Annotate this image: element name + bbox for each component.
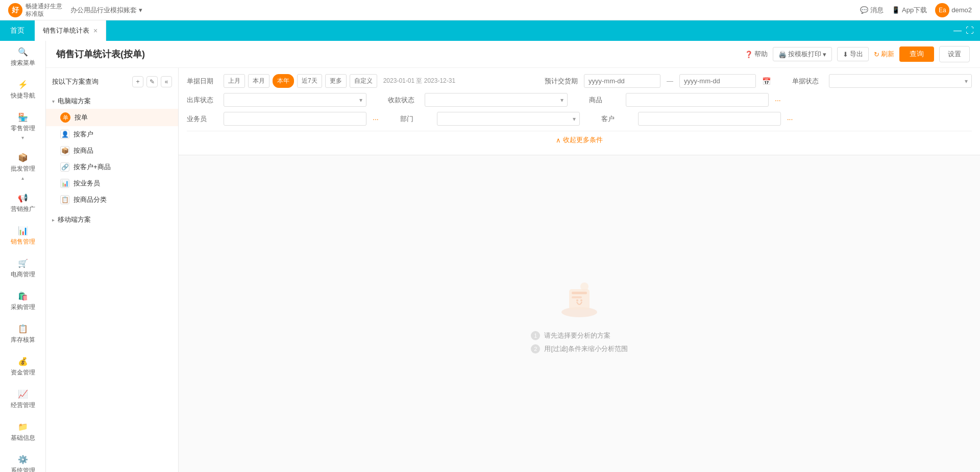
department-select[interactable] [437,112,580,126]
sidebar-item-basic[interactable]: 📁 基础信息 [0,416,45,449]
user-profile[interactable]: Ea demo2 [935,3,972,17]
retail-arrow-icon: ▾ [21,135,24,140]
product-label: 商品 [589,96,620,105]
page-title: 销售订单统计表(按单) [56,48,145,60]
salesperson-input[interactable] [224,112,366,126]
sidebar-item-ecommerce[interactable]: 🛒 电商管理 [0,252,45,285]
product-input[interactable] [626,93,769,107]
date-btn-more[interactable]: 更多 [325,74,347,88]
date-btn-group: 上月 本月 本年 近7天 更多 自定义 [224,74,377,88]
product-more-icon[interactable]: ··· [775,96,781,104]
filter-row-3: 业务员 ··· 部门 ▾ 客户 ··· [187,112,972,126]
inventory-icon: 📋 [18,324,28,334]
ecommerce-icon: 🛒 [18,258,28,268]
payment-status-select[interactable] [425,93,568,107]
print-button[interactable]: 🖨️ 按模板打印 ▾ [773,47,832,61]
main-layout: 🔍 搜索菜单 ⚡ 快捷导航 🏪 零售管理 ▾ 📦 批发管理 ▴ 📢 营销推广 📊… [0,41,980,472]
scheme-item-by-customer[interactable]: 👤 按客户 [46,126,178,143]
customer-label: 客户 [601,114,632,124]
tab-maximize-icon[interactable]: ⛶ [966,26,974,35]
sidebar-item-inventory[interactable]: 📋 库存核算 [0,318,45,350]
scheme-item-by-customer-product[interactable]: 🔗 按客户+商品 [46,159,178,175]
expected-date-end-input[interactable] [679,74,756,88]
ship-status-wrap: ▾ [224,93,366,107]
salesperson-label: 业务员 [187,114,217,124]
logo-icon: 好 [8,3,22,17]
date-btn-this-year[interactable]: 本年 [273,74,294,88]
right-panel: 单据日期 上月 本月 本年 近7天 更多 自定义 2023-01-01 至 20… [179,68,980,472]
marketing-icon: 📢 [18,193,28,203]
avatar: Ea [935,3,949,17]
by-category-icon: 📋 [60,195,69,204]
date-btn-7days[interactable]: 近7天 [297,74,322,88]
add-scheme-button[interactable]: + [132,76,143,87]
scheme-item-by-product[interactable]: 📦 按商品 [46,143,178,159]
empty-tip-1: 1 请先选择要分析的方案 [531,331,627,340]
scheme-section-pc-header[interactable]: ▾ 电脑端方案 [46,93,178,109]
sidebar-item-purchase[interactable]: 🛍️ 采购管理 [0,285,45,318]
app-selector[interactable]: 办公用品行业模拟账套 ▾ [66,6,146,15]
scheme-item-by-category[interactable]: 📋 按商品分类 [46,192,178,208]
mobile-section-arrow-icon: ▸ [52,217,55,223]
tab-close-icon[interactable]: × [93,27,97,35]
status-select-wrap: ▾ [829,74,972,88]
sidebar-item-retail[interactable]: 🏪 零售管理 ▾ [0,106,45,147]
scheme-section-mobile: ▸ 移动端方案 [46,210,178,229]
tab-sales-order[interactable]: 销售订单统计表 × [35,20,106,41]
calendar-icon[interactable]: 📅 [762,77,771,85]
date-btn-custom[interactable]: 自定义 [350,74,377,88]
tab-minimize-icon[interactable]: — [953,26,962,35]
sidebar-item-marketing[interactable]: 📢 营销推广 [0,187,45,220]
status-label: 单据状态 [792,77,823,86]
salesperson-more-icon[interactable]: ··· [373,115,379,123]
date-separator: — [667,77,673,85]
scheme-item-by-order[interactable]: 单 按单 [46,109,178,126]
retail-icon: 🏪 [18,112,28,122]
header-actions: ❓ 帮助 🖨️ 按模板打印 ▾ ⬇ 导出 ↻ 刷新 查询 设置 [745,46,970,62]
sidebar-item-finance[interactable]: 💰 资金管理 [0,350,45,383]
sidebar-item-wholesale[interactable]: 📦 批发管理 ▴ [0,147,45,187]
date-btn-this-month[interactable]: 本月 [248,74,270,88]
tip-num-1: 1 [531,331,540,340]
collapse-bar[interactable]: ∧ 收起更多条件 [187,131,972,149]
sidebar-item-operation[interactable]: 📈 经营管理 [0,383,45,416]
department-wrap: ▾ [437,112,580,126]
empty-tips: 1 请先选择要分析的方案 2 用[过滤]条件来缩小分析范围 [531,331,627,353]
collapse-up-icon: ∧ [556,136,561,144]
collapse-scheme-button[interactable]: « [161,76,172,87]
department-label: 部门 [400,114,431,124]
edit-scheme-button[interactable]: ✎ [146,76,158,87]
date-btn-last-month[interactable]: 上月 [224,74,245,88]
sidebar-item-sales[interactable]: 📊 销售管理 [0,220,45,252]
payment-status-wrap: ▾ [425,93,568,107]
export-button[interactable]: ⬇ 导出 [837,47,869,61]
sidebar-item-search-menu[interactable]: 🔍 搜索菜单 [0,41,45,74]
settings-button[interactable]: 设置 [939,46,970,62]
top-bar: 好 畅捷通好生意 标准版 办公用品行业模拟账套 ▾ 💬 消息 📱 App下载 E… [0,0,980,20]
svg-point-5 [576,299,578,301]
help-button[interactable]: ❓ 帮助 [745,50,768,59]
filter-area: 单据日期 上月 本月 本年 近7天 更多 自定义 2023-01-01 至 20… [179,68,980,155]
tab-bar-controls: — ⛶ [947,20,980,41]
message-button[interactable]: 💬 消息 [860,6,884,15]
ship-status-select[interactable] [224,93,366,107]
finance-icon: 💰 [18,357,28,366]
svg-point-6 [580,299,582,301]
scheme-section-mobile-header[interactable]: ▸ 移动端方案 [46,212,178,227]
expected-date-start-input[interactable] [584,74,660,88]
sidebar-item-quick-nav[interactable]: ⚡ 快捷导航 [0,74,45,106]
refresh-button[interactable]: ↻ 刷新 [874,50,894,59]
customer-input[interactable] [638,112,781,126]
scheme-section-pc: ▾ 电脑端方案 单 按单 👤 按客户 📦 [46,91,178,210]
tab-home[interactable]: 首页 [0,20,35,41]
status-select[interactable] [829,74,972,88]
customer-more-icon[interactable]: ··· [787,115,793,123]
search-button[interactable]: 查询 [899,46,934,62]
sidebar-item-system[interactable]: ⚙️ 系统管理 [0,449,45,472]
logo-area: 好 畅捷通好生意 标准版 [8,3,62,17]
help-icon: ❓ [745,51,753,58]
scheme-item-by-salesperson[interactable]: 📊 按业务员 [46,175,178,192]
app-download-button[interactable]: 📱 App下载 [892,6,927,15]
empty-tip-2: 2 用[过滤]条件来缩小分析范围 [531,344,627,353]
system-icon: ⚙️ [18,455,28,464]
